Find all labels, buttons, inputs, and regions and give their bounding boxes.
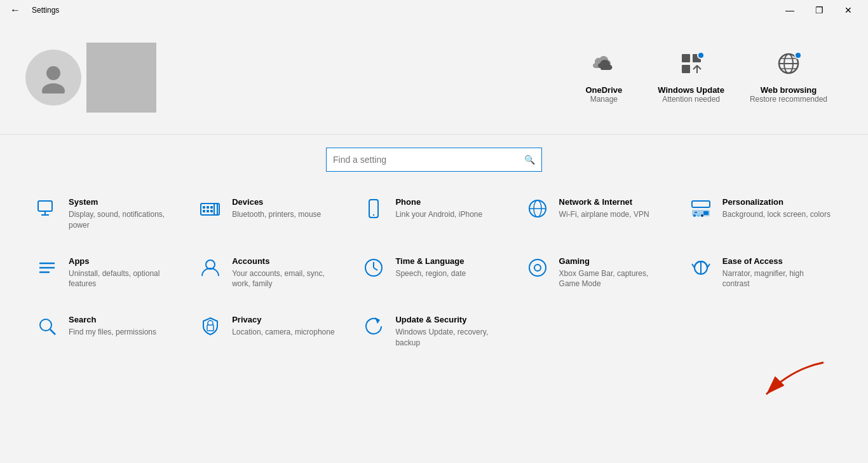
svg-rect-28 [692, 201, 710, 207]
system-icon [36, 198, 58, 223]
gaming-icon [526, 258, 549, 282]
personalization-icon [689, 198, 712, 223]
setting-item-gaming[interactable]: Gaming Xbox Game Bar, captures, Game Mod… [516, 244, 679, 303]
close-button[interactable]: ✕ [834, 0, 863, 20]
windows-update-subtitle: Attention needed [662, 95, 720, 104]
settings-grid: System Display, sound, notifications, po… [0, 184, 868, 361]
devices-desc: Bluetooth, printers, mouse [232, 209, 321, 220]
search-box: 🔍 [326, 148, 542, 172]
windows-update-badge [697, 52, 705, 59]
svg-marker-48 [375, 317, 380, 324]
windows-update-icon [679, 52, 703, 81]
time-title: Time & Language [395, 256, 466, 266]
update-icon [362, 316, 385, 341]
profile-section [25, 43, 575, 113]
accounts-title: Accounts [232, 256, 342, 266]
onedrive-subtitle: Manage [590, 95, 618, 104]
svg-point-42 [534, 265, 541, 271]
svg-line-46 [50, 329, 55, 335]
network-icon [526, 198, 549, 223]
onedrive-action[interactable]: OneDrive Manage [575, 52, 632, 104]
back-button[interactable]: ← [5, 0, 25, 20]
onedrive-icon [592, 52, 616, 81]
setting-item-ease[interactable]: Ease of Access Narrator, magnifier, high… [679, 244, 843, 303]
setting-item-update[interactable]: Update & Security Windows Update, recove… [352, 302, 515, 361]
svg-point-0 [46, 66, 60, 80]
devices-icon [199, 198, 222, 223]
svg-line-40 [374, 268, 377, 270]
svg-point-41 [529, 259, 546, 276]
app-title: Settings [32, 6, 59, 15]
svg-rect-30 [703, 211, 709, 215]
minimize-button[interactable]: — [775, 0, 804, 20]
setting-item-network[interactable]: Network & Internet Wi-Fi, airplane mode,… [516, 184, 679, 244]
web-browsing-subtitle: Restore recommended [750, 95, 827, 104]
search-section: 🔍 [0, 135, 868, 184]
profile-image [86, 43, 156, 113]
svg-rect-16 [207, 206, 209, 209]
setting-item-time[interactable]: Time & Language Speech, region, date [352, 244, 515, 303]
svg-rect-47 [207, 325, 214, 331]
setting-item-accounts[interactable]: Accounts Your accounts, email, sync, wor… [189, 244, 352, 303]
update-title: Update & Security [395, 315, 505, 324]
titlebar: ← Settings — ❐ ✕ [0, 0, 868, 20]
onedrive-title: OneDrive [585, 85, 622, 95]
time-icon [362, 258, 385, 282]
privacy-icon [199, 316, 222, 341]
phone-desc: Link your Android, iPhone [395, 209, 482, 220]
svg-point-32 [697, 214, 700, 217]
apps-desc: Uninstall, defaults, optional features [69, 268, 179, 290]
svg-rect-20 [210, 210, 213, 212]
svg-rect-19 [207, 210, 209, 212]
search-input[interactable] [327, 155, 518, 165]
update-desc: Windows Update, recovery, backup [395, 327, 505, 349]
search-desc: Find my files, permissions [69, 327, 156, 338]
personalization-title: Personalization [722, 197, 831, 207]
devices-title: Devices [232, 197, 321, 207]
svg-rect-2 [682, 54, 690, 62]
gaming-desc: Xbox Game Bar, captures, Game Mode [559, 268, 669, 290]
windows-update-action[interactable]: Windows Update Attention needed [658, 52, 724, 104]
accounts-desc: Your accounts, email, sync, work, family [232, 268, 342, 290]
personalization-desc: Background, lock screen, colors [722, 209, 831, 220]
svg-point-1 [42, 83, 65, 93]
web-browsing-badge [794, 52, 802, 59]
svg-point-37 [206, 260, 215, 269]
setting-item-apps[interactable]: Apps Uninstall, defaults, optional featu… [25, 244, 189, 303]
apps-title: Apps [69, 256, 179, 266]
privacy-desc: Location, camera, microphone [232, 327, 334, 338]
search-icon [36, 316, 58, 341]
web-browsing-action[interactable]: Web browsing Restore recommended [750, 52, 827, 104]
network-title: Network & Internet [559, 197, 649, 207]
svg-point-33 [701, 214, 703, 217]
setting-item-system[interactable]: System Display, sound, notifications, po… [25, 184, 189, 244]
accounts-icon [199, 258, 222, 282]
setting-item-search[interactable]: Search Find my files, permissions [25, 302, 189, 361]
search-button[interactable]: 🔍 [518, 155, 541, 165]
maximize-button[interactable]: ❐ [804, 0, 834, 20]
window-controls: — ❐ ✕ [775, 0, 863, 20]
setting-item-privacy[interactable]: Privacy Location, camera, microphone [189, 302, 352, 361]
time-desc: Speech, region, date [395, 268, 466, 279]
arrow-annotation [754, 356, 830, 410]
svg-point-45 [40, 319, 51, 331]
svg-rect-17 [210, 206, 213, 209]
svg-rect-11 [38, 201, 52, 211]
setting-item-phone[interactable]: Phone Link your Android, iPhone [352, 184, 515, 244]
settings-header: OneDrive Manage Windows Update Attention… [0, 20, 868, 135]
apps-icon [36, 258, 58, 282]
content-area: System Display, sound, notifications, po… [0, 184, 868, 361]
web-browsing-title: Web browsing [761, 85, 817, 95]
ease-icon [689, 258, 712, 282]
svg-rect-18 [203, 210, 205, 212]
ease-title: Ease of Access [722, 256, 832, 266]
privacy-title: Privacy [232, 315, 334, 324]
setting-item-personalization[interactable]: Personalization Background, lock screen,… [679, 184, 843, 244]
avatar [25, 50, 81, 106]
svg-rect-15 [203, 206, 205, 209]
web-browsing-icon [776, 52, 801, 81]
setting-item-devices[interactable]: Devices Bluetooth, printers, mouse [189, 184, 352, 244]
phone-title: Phone [395, 197, 482, 207]
system-desc: Display, sound, notifications, power [69, 209, 179, 231]
windows-update-title: Windows Update [658, 85, 724, 95]
